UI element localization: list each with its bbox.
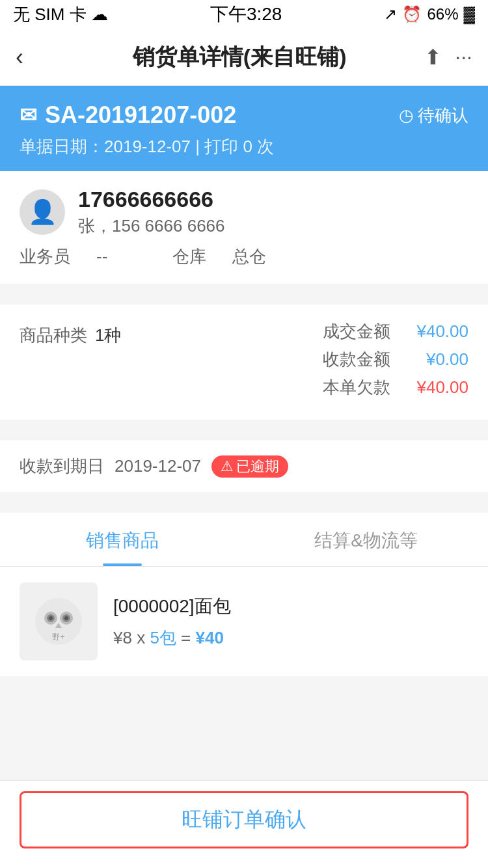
status-bar: 无 SIM 卡 ☁ 下午3:28 ↗ ⏰ 66% ▓ (0, 0, 488, 29)
divider-3 (0, 502, 488, 513)
tab-sales-products[interactable]: 销售商品 (0, 513, 244, 566)
alert-icon: ⚠ (221, 458, 234, 475)
multiply-symbol: x (137, 628, 150, 647)
overdue-badge: ⚠ 已逾期 (211, 455, 288, 478)
svg-text:野+: 野+ (52, 632, 64, 642)
status-bar-time: 下午3:28 (210, 2, 282, 27)
tab-settlement[interactable]: 结算&物流等 (244, 513, 488, 566)
salesperson-label: 业务员 (20, 245, 70, 268)
back-button[interactable]: ‹ (16, 44, 55, 71)
summary-right: 成交金额 ¥40.00 收款金额 ¥0.00 本单欠款 ¥40.00 (323, 320, 468, 404)
customer-phone: 17666666666 (78, 187, 225, 212)
amount-label: 成交金额 (323, 320, 390, 343)
bottom-bar: 旺铺订单确认 (0, 780, 488, 868)
order-date: 单据日期：2019-12-07 | 打印 0 次 (20, 135, 468, 158)
status-bar-left: 无 SIM 卡 ☁ (13, 3, 108, 26)
customer-section: 👤 17666666666 张，156 6666 6666 业务员 -- 仓库 … (0, 171, 488, 284)
due-date-section: 收款到期日 2019-12-07 ⚠ 已逾期 (0, 441, 488, 492)
category-value: 1种 (95, 324, 121, 347)
customer-avatar: 👤 (20, 189, 65, 235)
due-date-value: 2019-12-07 (115, 456, 201, 476)
divider-1 (0, 294, 488, 305)
order-id: ✉ SA-20191207-002 (20, 102, 236, 129)
category-label: 商品种类 (20, 324, 87, 347)
product-unit-price: ¥8 (113, 628, 132, 647)
divider-2 (0, 430, 488, 441)
avatar-icon: 👤 (28, 198, 57, 226)
product-section: 野+ [0000002]面包 ¥8 x 5包 = ¥40 (0, 567, 488, 676)
status-bar-right: ↗ ⏰ 66% ▓ (384, 5, 475, 23)
amount-value: ¥40.00 (403, 321, 468, 342)
battery-status: 66% (427, 5, 458, 23)
share-button[interactable]: ⬆ (424, 45, 442, 70)
clock-icon: ◷ (399, 105, 414, 126)
summary-section: 商品种类 1种 成交金额 ¥40.00 收款金额 ¥0.00 本单欠款 ¥40.… (0, 305, 488, 420)
product-name: [0000002]面包 (113, 594, 468, 619)
order-header-card: ✉ SA-20191207-002 ◷ 待确认 单据日期：2019-12-07 … (0, 86, 488, 171)
nav-bar: ‹ 销货单详情(来自旺铺) ⬆ ··· (0, 29, 488, 86)
owed-label: 本单欠款 (323, 376, 390, 399)
warehouse-label: 仓库 (172, 245, 206, 268)
svg-point-6 (64, 616, 68, 620)
product-quantity: 5包 (150, 628, 176, 647)
product-logo: 野+ (33, 595, 85, 647)
received-value: ¥0.00 (403, 349, 468, 370)
due-date-label: 收款到期日 (20, 455, 104, 478)
owed-value: ¥40.00 (403, 377, 468, 398)
alarm-icon: ⏰ (402, 5, 422, 23)
equals-symbol: = (181, 628, 195, 647)
product-price-row: ¥8 x 5包 = ¥40 (113, 627, 468, 649)
more-button[interactable]: ··· (455, 45, 472, 69)
received-label: 收款金额 (323, 348, 390, 371)
product-item: 野+ [0000002]面包 ¥8 x 5包 = ¥40 (20, 582, 468, 660)
page-title: 销货单详情(来自旺铺) (133, 42, 347, 72)
customer-meta: 业务员 -- 仓库 总仓 (20, 245, 468, 268)
product-thumbnail: 野+ (20, 582, 98, 660)
product-info: [0000002]面包 ¥8 x 5包 = ¥40 (113, 594, 468, 649)
confirm-order-button[interactable]: 旺铺订单确认 (20, 791, 468, 848)
customer-name: 张，156 6666 6666 (78, 215, 225, 237)
svg-point-5 (49, 616, 53, 620)
battery-icon: ▓ (463, 5, 475, 23)
tabs-section: 销售商品 结算&物流等 (0, 513, 488, 567)
sim-status: 无 SIM 卡 ☁ (13, 3, 108, 26)
inbox-icon: ✉ (20, 103, 37, 128)
warehouse-value: 总仓 (232, 245, 266, 268)
order-status: ◷ 待确认 (399, 104, 468, 127)
product-total: ¥40 (196, 628, 224, 647)
location-icon: ↗ (384, 5, 397, 23)
nav-actions: ⬆ ··· (424, 45, 472, 70)
salesperson-value: -- (96, 247, 107, 267)
